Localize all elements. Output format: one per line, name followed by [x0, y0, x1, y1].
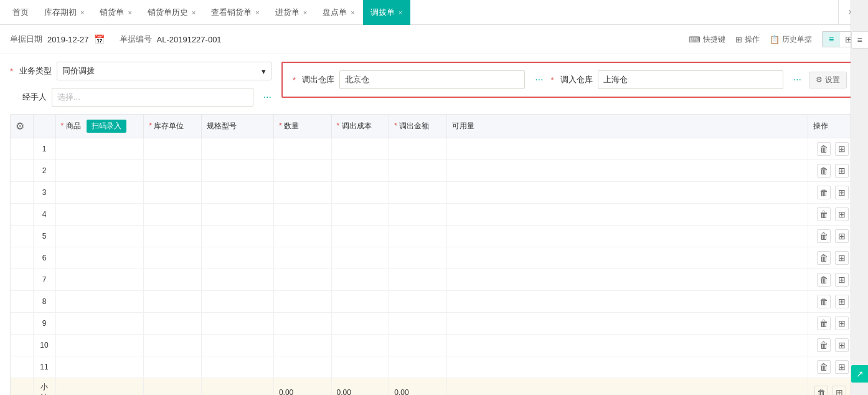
row-product[interactable]: [55, 313, 144, 335]
copy-icon[interactable]: ⊞: [835, 251, 849, 265]
row-qty[interactable]: [273, 335, 331, 356]
row-product[interactable]: [55, 160, 144, 182]
row-product[interactable]: [55, 269, 144, 291]
row-qty[interactable]: [273, 204, 331, 226]
row-unit[interactable]: [144, 160, 202, 182]
row-product[interactable]: [55, 204, 144, 226]
row-product[interactable]: [55, 291, 144, 313]
row-qty[interactable]: [273, 182, 331, 204]
delete-icon[interactable]: 🗑: [814, 386, 828, 395]
row-cost[interactable]: [331, 313, 389, 335]
row-product[interactable]: [55, 356, 144, 378]
row-unit[interactable]: [144, 204, 202, 226]
row-unit[interactable]: [144, 356, 202, 378]
row-product[interactable]: [55, 138, 144, 160]
row-product[interactable]: [55, 182, 144, 204]
row-amount[interactable]: [389, 313, 447, 335]
row-unit[interactable]: [144, 182, 202, 204]
row-spec[interactable]: [202, 182, 274, 204]
shortcut-button[interactable]: ⌨ 快捷键: [689, 34, 725, 45]
close-icon[interactable]: ×: [255, 9, 259, 16]
row-unit[interactable]: [144, 138, 202, 160]
transfer-in-more-btn[interactable]: ···: [793, 74, 801, 85]
row-amount[interactable]: [389, 247, 447, 269]
row-product[interactable]: [55, 335, 144, 356]
copy-icon[interactable]: ⊞: [835, 229, 849, 243]
gear-settings-icon[interactable]: ⚙: [16, 121, 24, 131]
row-amount[interactable]: [389, 160, 447, 182]
copy-icon[interactable]: ⊞: [835, 338, 849, 352]
row-cost[interactable]: [331, 269, 389, 291]
delete-icon[interactable]: 🗑: [817, 360, 831, 374]
agent-more-btn[interactable]: ···: [263, 92, 271, 103]
delete-icon[interactable]: 🗑: [817, 229, 831, 243]
sidebar-list-btn[interactable]: ≡: [851, 31, 869, 49]
row-cost[interactable]: [331, 356, 389, 378]
copy-icon[interactable]: ⊞: [835, 316, 849, 330]
row-unit[interactable]: [144, 313, 202, 335]
row-cost[interactable]: [331, 204, 389, 226]
row-qty[interactable]: [273, 313, 331, 335]
close-icon[interactable]: ×: [351, 9, 354, 16]
row-spec[interactable]: [202, 356, 274, 378]
row-amount[interactable]: [389, 226, 447, 247]
list-view-btn[interactable]: ≡: [823, 32, 840, 47]
row-spec[interactable]: [202, 269, 274, 291]
copy-icon[interactable]: ⊞: [835, 273, 849, 287]
row-spec[interactable]: [202, 160, 274, 182]
row-qty[interactable]: [273, 269, 331, 291]
scan-input-btn[interactable]: 扫码录入: [87, 120, 126, 133]
close-icon[interactable]: ×: [80, 9, 84, 16]
delete-icon[interactable]: 🗑: [817, 338, 831, 352]
transfer-out-more-btn[interactable]: ···: [535, 74, 543, 85]
row-amount[interactable]: [389, 291, 447, 313]
copy-icon[interactable]: ⊞: [835, 295, 849, 308]
transfer-out-input[interactable]: 北京仓: [339, 70, 525, 89]
row-qty[interactable]: [273, 291, 331, 313]
delete-icon[interactable]: 🗑: [817, 295, 831, 308]
tab-stocktake[interactable]: 盘点单 ×: [315, 0, 362, 25]
delete-icon[interactable]: 🗑: [817, 207, 831, 221]
row-cost[interactable]: [331, 138, 389, 160]
row-cost[interactable]: [331, 291, 389, 313]
row-cost[interactable]: [331, 182, 389, 204]
row-spec[interactable]: [202, 291, 274, 313]
row-qty[interactable]: [273, 138, 331, 160]
row-spec[interactable]: [202, 335, 274, 356]
row-unit[interactable]: [144, 247, 202, 269]
row-cost[interactable]: [331, 160, 389, 182]
row-spec[interactable]: [202, 204, 274, 226]
row-amount[interactable]: [389, 204, 447, 226]
delete-icon[interactable]: 🗑: [817, 251, 831, 265]
copy-icon[interactable]: ⊞: [835, 207, 849, 221]
row-spec[interactable]: [202, 247, 274, 269]
close-icon[interactable]: ×: [303, 9, 307, 16]
delete-icon[interactable]: 🗑: [817, 316, 831, 330]
row-amount[interactable]: [389, 335, 447, 356]
row-qty[interactable]: [273, 247, 331, 269]
copy-icon[interactable]: ⊞: [835, 360, 849, 374]
row-spec[interactable]: [202, 138, 274, 160]
row-cost[interactable]: [331, 335, 389, 356]
row-amount[interactable]: [389, 182, 447, 204]
delete-icon[interactable]: 🗑: [817, 164, 831, 178]
transfer-in-input[interactable]: 上海仓: [598, 70, 783, 89]
settings-button[interactable]: ⚙ 设置: [809, 72, 847, 88]
tab-transfer[interactable]: 调拨单 ×: [363, 0, 410, 25]
copy-icon[interactable]: ⊞: [835, 164, 849, 178]
row-qty[interactable]: [273, 160, 331, 182]
row-spec[interactable]: [202, 313, 274, 335]
row-unit[interactable]: [144, 269, 202, 291]
row-cost[interactable]: [331, 247, 389, 269]
copy-icon[interactable]: ⊞: [833, 386, 846, 395]
sidebar-expand-btn[interactable]: ↗: [851, 365, 869, 383]
agent-input[interactable]: 选择...: [52, 88, 253, 107]
history-button[interactable]: 📋 历史单据: [770, 34, 812, 45]
tab-sales-order[interactable]: 销货单 ×: [92, 0, 139, 25]
tab-inventory-init[interactable]: 库存期初 ×: [37, 0, 92, 25]
row-product[interactable]: [55, 226, 144, 247]
tab-purchase[interactable]: 进货单 ×: [268, 0, 315, 25]
row-spec[interactable]: [202, 226, 274, 247]
row-qty[interactable]: [273, 226, 331, 247]
tab-view-sales[interactable]: 查看销货单 ×: [204, 0, 267, 25]
